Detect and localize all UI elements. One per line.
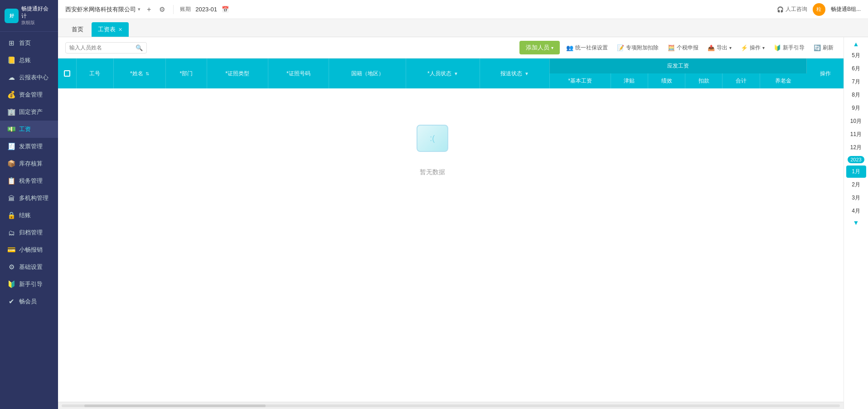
invoice-icon: 🧾 xyxy=(7,142,15,151)
horizontal-scrollbar[interactable] xyxy=(62,404,840,407)
calendar-icon[interactable]: 📅 xyxy=(222,6,229,13)
empty-state: 暂无数据 xyxy=(58,88,807,213)
month-up-button[interactable]: ▲ xyxy=(852,39,861,49)
company-selector[interactable]: 西安虾米网络科技有限公司 ▾ xyxy=(65,5,141,14)
special-deduct-button[interactable]: 📝 专项附加扣除 xyxy=(614,42,661,54)
sidebar-item-vip[interactable]: ✔ 畅会员 xyxy=(0,293,58,310)
sidebar-item-salary[interactable]: 💵 工资 xyxy=(0,121,58,138)
app-sub: 旗舰版 xyxy=(21,19,53,26)
sidebar-item-invoice[interactable]: 🧾 发票管理 xyxy=(0,138,58,155)
month-item-12[interactable]: 12月 xyxy=(846,141,866,154)
month-item-6[interactable]: 6月 xyxy=(846,63,866,75)
search-icon: 🔍 xyxy=(136,44,143,51)
human-service-button[interactable]: 🎧 人工咨询 xyxy=(777,5,807,13)
export-icon: 📤 xyxy=(708,44,715,51)
sidebar-item-fixed-assets[interactable]: 🏢 固定资产 xyxy=(0,103,58,121)
th-checkbox xyxy=(58,58,76,88)
month-item-10[interactable]: 10月 xyxy=(846,115,866,127)
add-arrow-icon: ▾ xyxy=(551,45,553,50)
sidebar-item-guide[interactable]: 🔰 新手引导 xyxy=(0,276,58,293)
special-deduct-icon: 📝 xyxy=(617,44,624,51)
sidebar-item-label: 工资 xyxy=(19,125,31,133)
tab-home[interactable]: 首页 xyxy=(65,22,90,37)
year-badge: 2023 xyxy=(848,156,864,163)
sidebar-item-inventory[interactable]: 📦 库存核算 xyxy=(0,155,58,172)
th-pension: 养老金 xyxy=(760,73,806,88)
sidebar-item-label: 资金管理 xyxy=(19,91,43,99)
month-item-1[interactable]: 1月 xyxy=(846,166,866,178)
sidebar-item-tax[interactable]: 📋 税务管理 xyxy=(0,172,58,190)
month-item-4[interactable]: 4月 xyxy=(846,205,866,217)
sidebar-item-closing[interactable]: 🔒 结账 xyxy=(0,207,58,224)
salary-icon: 💵 xyxy=(7,125,15,133)
search-input[interactable] xyxy=(69,44,133,51)
sidebar-item-label: 小畅报销 xyxy=(19,246,43,254)
month-item-7[interactable]: 7月 xyxy=(846,76,866,88)
add-company-button[interactable]: + xyxy=(145,4,153,15)
th-emp-id: 工号 xyxy=(76,58,113,88)
export-label: 导出 xyxy=(717,44,727,52)
chevron-down-icon: ▾ xyxy=(138,6,141,12)
content-main: 🔍 添加人员 ▾ 👥 统一社保设置 📝 专项附加扣除 xyxy=(58,37,844,409)
add-person-label: 添加人员 xyxy=(526,44,549,52)
sidebar-item-cloud-report[interactable]: ☁ 云报表中心 xyxy=(0,69,58,86)
export-arrow-icon: ▾ xyxy=(729,45,732,50)
th-deduct: 扣款 xyxy=(685,73,723,88)
tab-salary-label: 工资表 xyxy=(98,25,116,34)
toolbar-right: 添加人员 ▾ 👥 统一社保设置 📝 专项附加扣除 🧮 个税申报 xyxy=(519,41,836,54)
sidebar-item-expense[interactable]: 💳 小畅报销 xyxy=(0,241,58,258)
operations-button[interactable]: ⚡ 操作 ▾ xyxy=(738,42,767,54)
toolbar: 🔍 添加人员 ▾ 👥 统一社保设置 📝 专项附加扣除 xyxy=(58,37,844,58)
tab-salary-table[interactable]: 工资表 ✕ xyxy=(92,22,129,37)
sidebar-item-settings[interactable]: ⚙ 基础设置 xyxy=(0,258,58,276)
sidebar-item-label: 结账 xyxy=(19,211,31,219)
ledger-icon: 📒 xyxy=(7,56,15,64)
salary-table: 工号 *姓名 ⇅ *部门 *证照类型 *证照号码 国籍（地区） *人员状态 xyxy=(58,58,844,213)
sidebar-item-multi-org[interactable]: 🏛 多机构管理 xyxy=(0,190,58,207)
tab-close-icon[interactable]: ✕ xyxy=(118,27,122,33)
emp-status-filter-icon[interactable]: ▼ xyxy=(454,71,458,76)
th-emp-status: *人员状态 ▼ xyxy=(406,58,480,88)
sidebar-item-label: 云报表中心 xyxy=(19,73,48,82)
select-all-checkbox[interactable] xyxy=(64,70,70,77)
logo-icon: 好 xyxy=(5,9,19,23)
new-guide-button[interactable]: 🔰 新手引导 xyxy=(771,42,807,54)
sidebar-item-general-ledger[interactable]: 📒 总账 xyxy=(0,52,58,69)
search-wrap: 🔍 xyxy=(65,42,147,54)
report-status-filter-icon[interactable]: ▼ xyxy=(524,71,529,76)
th-dept: *部门 xyxy=(166,58,207,88)
month-item-11[interactable]: 11月 xyxy=(846,128,866,141)
sidebar-item-label: 基础设置 xyxy=(19,263,43,271)
month-item-5[interactable]: 5月 xyxy=(846,49,866,62)
month-item-9[interactable]: 9月 xyxy=(846,102,866,114)
month-down-button[interactable]: ▼ xyxy=(852,218,861,228)
operations-icon: ⚡ xyxy=(741,44,748,51)
month-item-2[interactable]: 2月 xyxy=(846,179,866,191)
expense-icon: 💳 xyxy=(7,246,15,254)
company-settings-button[interactable]: ⚙ xyxy=(157,4,167,15)
period-label: 账期 xyxy=(180,5,191,13)
refresh-icon: 🔄 xyxy=(814,44,821,51)
personal-tax-button[interactable]: 🧮 个税申报 xyxy=(665,42,701,54)
month-item-8[interactable]: 8月 xyxy=(846,89,866,101)
sidebar-item-fund-mgmt[interactable]: 💰 资金管理 xyxy=(0,86,58,103)
social-security-button[interactable]: 👥 统一社保设置 xyxy=(563,42,611,54)
assets-icon: 🏢 xyxy=(7,108,15,116)
month-item-3[interactable]: 3月 xyxy=(846,192,866,204)
sidebar: 好 畅捷通好会计 旗舰版 ⊞ 首页 📒 总账 ☁ 云报表中心 💰 资金管理 🏢 … xyxy=(0,0,58,409)
export-button[interactable]: 📤 导出 ▾ xyxy=(705,42,734,54)
sidebar-item-label: 库存核算 xyxy=(19,160,43,168)
new-guide-label: 新手引导 xyxy=(783,44,805,52)
sidebar-item-home[interactable]: ⊞ 首页 xyxy=(0,34,58,52)
name-sort-icon[interactable]: ⇅ xyxy=(145,71,149,76)
refresh-button[interactable]: 🔄 刷新 xyxy=(811,42,836,54)
sidebar-item-archive[interactable]: 🗂 归档管理 xyxy=(0,224,58,241)
period-value: 2023-01 xyxy=(195,6,217,13)
add-person-button[interactable]: 添加人员 ▾ xyxy=(519,41,560,54)
content-area: 🔍 添加人员 ▾ 👥 统一社保设置 📝 专项附加扣除 xyxy=(58,37,868,409)
user-avatar[interactable]: 粒 xyxy=(813,3,825,16)
scrollbar-thumb[interactable] xyxy=(84,404,266,407)
sidebar-nav: ⊞ 首页 📒 总账 ☁ 云报表中心 💰 资金管理 🏢 固定资产 💵 工资 🧾 发… xyxy=(0,32,58,409)
sidebar-item-label: 新手引导 xyxy=(19,280,43,288)
cloud-icon: ☁ xyxy=(7,73,15,82)
